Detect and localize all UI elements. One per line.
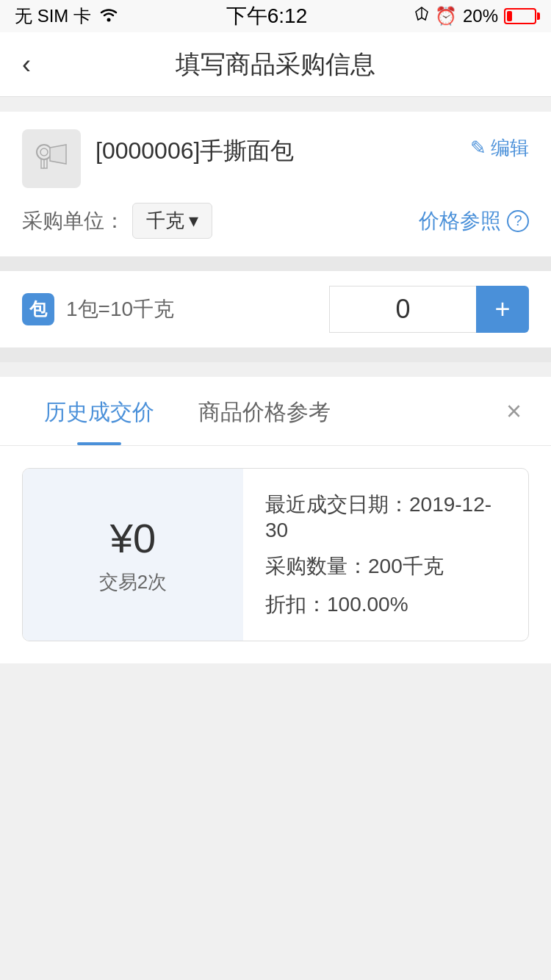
unit-icon-badge: 包: [22, 293, 54, 325]
history-details: 最近成交日期：2019-12-30 采购数量：200千克 折扣：100.00%: [243, 469, 528, 641]
back-button[interactable]: ‹: [22, 49, 31, 80]
quantity-plus-button[interactable]: +: [476, 286, 529, 333]
history-content: ¥0 交易2次 最近成交日期：2019-12-30 采购数量：200千克 折扣：…: [0, 446, 551, 663]
price-number: 0: [133, 515, 156, 561]
wifi-icon: [98, 6, 119, 26]
status-right: ⏰ 20%: [414, 6, 536, 26]
trades-count: 交易2次: [99, 569, 167, 595]
purchase-qty-value: 200千克: [368, 555, 444, 577]
location-icon: [414, 6, 429, 26]
price-ref-help-icon: ?: [507, 210, 529, 232]
discount-row: 折扣：100.00%: [265, 591, 506, 619]
unit-dropdown[interactable]: 千克 ▾: [132, 203, 212, 239]
status-bar: 无 SIM 卡 下午6:12 ⏰ 20%: [0, 0, 551, 32]
unit-value: 千克: [146, 208, 184, 234]
product-thumbnail: [22, 129, 81, 188]
dropdown-icon: ▾: [189, 209, 198, 232]
nav-bar: ‹ 填写商品采购信息: [0, 32, 551, 97]
unit-selector-group: 采购单位： 千克 ▾: [22, 203, 212, 239]
carrier-text: 无 SIM 卡: [15, 4, 91, 28]
battery-percent: 20%: [463, 6, 498, 26]
edit-button[interactable]: ✎ 编辑: [470, 129, 529, 161]
tab-price-reference[interactable]: 商品价格参考: [176, 377, 353, 445]
product-thumb-icon: [29, 137, 73, 181]
tab-items: 历史成交价 商品价格参考: [22, 377, 353, 445]
quantity-input[interactable]: [329, 286, 476, 333]
recent-date-row: 最近成交日期：2019-12-30: [265, 491, 506, 542]
discount-value: 100.00%: [327, 593, 408, 616]
product-top: [0000006]手撕面包 ✎ 编辑: [22, 129, 529, 188]
main-content-area: [0, 663, 551, 980]
edit-icon: ✎: [470, 137, 486, 159]
history-price-value: ¥0: [110, 514, 156, 562]
tab-history-price[interactable]: 历史成交价: [22, 377, 176, 445]
product-info: [0000006]手撕面包: [22, 129, 294, 188]
product-unit-row: 采购单位： 千克 ▾ 价格参照 ?: [22, 203, 529, 239]
tab-close-button[interactable]: ×: [499, 389, 529, 434]
quantity-row: 包 1包=10千克 +: [0, 271, 551, 347]
tab-reference-label: 商品价格参考: [198, 400, 331, 424]
history-card: ¥0 交易2次 最近成交日期：2019-12-30 采购数量：200千克 折扣：…: [22, 468, 529, 641]
tab-history-label: 历史成交价: [44, 400, 154, 424]
quantity-control: +: [329, 286, 529, 333]
history-price-summary: ¥0 交易2次: [23, 469, 243, 641]
svg-point-1: [37, 145, 51, 159]
alarm-icon: ⏰: [435, 6, 457, 26]
status-left: 无 SIM 卡: [15, 4, 119, 28]
unit-label: 采购单位：: [22, 207, 125, 235]
section-divider-2: [0, 347, 551, 362]
battery-icon: [504, 8, 536, 24]
price-ref-label: 价格参照: [419, 207, 501, 235]
recent-date-label: 最近成交日期：: [265, 493, 409, 516]
quantity-unit-info: 包 1包=10千克: [22, 293, 174, 325]
edit-label: 编辑: [491, 135, 529, 161]
purchase-qty-row: 采购数量：200千克: [265, 552, 506, 580]
purchase-qty-label: 采购数量：: [265, 555, 368, 577]
discount-label: 折扣：: [265, 593, 327, 616]
svg-point-2: [40, 148, 48, 156]
product-card: [0000006]手撕面包 ✎ 编辑 采购单位： 千克 ▾ 价格参照 ?: [0, 112, 551, 256]
status-time: 下午6:12: [226, 2, 308, 30]
section-divider: [0, 256, 551, 271]
currency-symbol: ¥: [110, 515, 133, 561]
svg-point-0: [107, 18, 111, 22]
tab-panel: 历史成交价 商品价格参考 × ¥0 交易2次 最近成交日期：2019-12-30…: [0, 377, 551, 663]
product-name: [0000006]手撕面包: [96, 129, 294, 167]
unit-conversion-text: 1包=10千克: [66, 295, 174, 323]
tab-header: 历史成交价 商品价格参考 ×: [0, 377, 551, 446]
page-title: 填写商品采购信息: [176, 48, 375, 82]
price-reference-button[interactable]: 价格参照 ?: [419, 207, 529, 235]
